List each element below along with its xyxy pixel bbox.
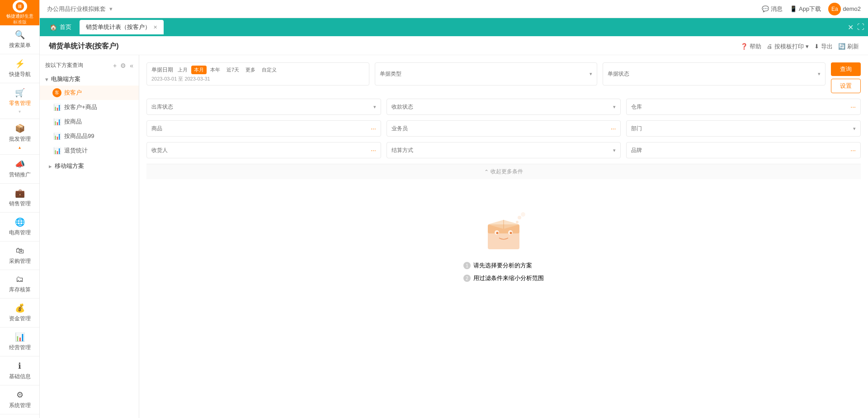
help-label: 帮助 [750, 43, 761, 51]
tree-item-by-goods[interactable]: 📊 按商品 [40, 114, 139, 129]
mobile-group-label: 移动端方案 [55, 162, 84, 170]
empty-hints: 1 请先选择要分析的方案 2 用过滤条件来缩小分析范围 [463, 261, 544, 284]
chart-icon-return: 📊 [52, 146, 61, 155]
sidebar-label-purchase: 采购管理 [9, 257, 31, 265]
filter-row-2: 出库状态 ▾ 收款状态 ▾ 仓库 ··· [146, 99, 861, 115]
document-type-filter[interactable]: 单据类型 ▾ [375, 62, 598, 86]
tree-group-mobile: ▸ 移动端方案 [40, 160, 139, 172]
sidebar-item-ecommerce[interactable]: 🌐 电商管理 [0, 213, 40, 242]
warehouse-dots-icon[interactable]: ··· [850, 103, 856, 110]
filter-row-3: 商品 ··· 业务员 ··· 部门 ▾ [146, 120, 861, 137]
main-layout: 按以下方案查询 + ⚙ « ▾ 电脑端方案 客 按客户 [40, 55, 868, 418]
sidebar-label-retail: 零售管理 [9, 100, 31, 107]
salesperson-dots-icon[interactable]: ··· [611, 125, 616, 132]
topbar-right: 💬 消息 📱 App下载 Ea demo2 [762, 3, 861, 15]
settlement-filter[interactable]: 结算方式 ▾ [387, 142, 621, 158]
dept-chevron-icon: ▾ [853, 126, 856, 132]
collection-status-filter[interactable]: 收款状态 ▾ [387, 99, 621, 115]
sidebar-label-finance: 资金管理 [9, 315, 31, 323]
sidebar-item-system[interactable]: ⚙ 系统管理 [0, 385, 40, 414]
add-scheme-icon[interactable]: + [113, 62, 117, 69]
hint2-text: 用过滤条件来缩小分析范围 [473, 274, 544, 282]
brand-dots-icon[interactable]: ··· [850, 147, 856, 154]
page-header: 销货单统计表(按客户) ❓ 帮助 🖨 按模板打印 ▾ ⬇ 导出 🔄 刷新 [40, 36, 868, 55]
app-download-label: App下载 [799, 5, 821, 13]
help-button[interactable]: ❓ 帮助 [741, 43, 761, 51]
sidebar-item-retail[interactable]: 🛒 零售管理 ▾ [0, 83, 40, 119]
receiver-dots-icon[interactable]: ··· [371, 147, 376, 154]
avatar: Ea [828, 3, 841, 15]
scheme-query-label: 按以下方案查询 [45, 62, 109, 69]
tabbar-actions: ✕ ⛶ [848, 23, 864, 32]
app-download-button[interactable]: 📱 App下载 [790, 5, 821, 13]
sidebar-item-sales[interactable]: 💼 销售管理 [0, 184, 40, 213]
salesperson-label: 业务员 [392, 125, 408, 133]
settlement-chevron-icon: ▾ [613, 147, 616, 153]
warehouse-filter[interactable]: 仓库 ··· [626, 99, 861, 115]
date-btn-this-year[interactable]: 本年 [208, 66, 223, 74]
tab-home[interactable]: 🏠 首页 [43, 20, 78, 34]
export-button[interactable]: ⬇ 导出 [814, 43, 833, 51]
refresh-button[interactable]: 🔄 刷新 [838, 43, 859, 51]
tree-group-mobile-title[interactable]: ▸ 移动端方案 [40, 160, 139, 172]
sidebar-label-ecommerce: 电商管理 [9, 229, 31, 237]
receiver-filter[interactable]: 收货人 ··· [146, 142, 381, 158]
filter-row-4: 收货人 ··· 结算方式 ▾ 品牌 ··· [146, 142, 861, 158]
maximize-icon[interactable]: ⛶ [857, 23, 864, 31]
topbar: 办公用品行业模拟账套 ▾ 💬 消息 📱 App下载 Ea demo2 [40, 0, 868, 18]
template-print-button[interactable]: 🖨 按模板打印 ▾ [767, 43, 809, 51]
finance-icon: 💰 [15, 303, 25, 313]
sidebar-item-marketing[interactable]: 📣 营销推广 [0, 155, 40, 184]
tab-home-label: 首页 [60, 23, 71, 31]
date-shortcuts: 上月 本月 本年 近7天 更多 自定义 [175, 66, 279, 74]
tree-item-by-goods-99[interactable]: 📊 按商品品99 [40, 129, 139, 143]
date-btn-last-month[interactable]: 上月 [175, 66, 190, 74]
settings-button[interactable]: 设置 [831, 79, 861, 93]
sidebar-item-operations[interactable]: 📊 经营管理 [0, 328, 40, 356]
chart-icon-goods: 📊 [52, 117, 61, 126]
message-button[interactable]: 💬 消息 [762, 5, 783, 13]
tree-item-return-stat[interactable]: 📊 退货统计 [40, 143, 139, 158]
chart-icon-goods99: 📊 [52, 132, 61, 141]
tree-group-desktop-title[interactable]: ▾ 电脑端方案 [40, 73, 139, 86]
warehouse-label: 仓库 [631, 103, 642, 111]
document-status-filter[interactable]: 单据状态 ▾ [603, 62, 826, 86]
sidebar-item-search[interactable]: 🔍 搜索菜单 [0, 25, 40, 54]
close-window-icon[interactable]: ✕ [848, 23, 854, 32]
sidebar-item-finance[interactable]: 💰 资金管理 [0, 299, 40, 328]
purchase-icon: 🛍 [16, 246, 24, 256]
tree-item-by-customer-goods[interactable]: 📊 按客户+商品 [40, 100, 139, 114]
close-tab-icon[interactable]: ✕ [153, 24, 157, 30]
sidebar-item-wholesale[interactable]: 📦 批发管理 ▴ [0, 119, 40, 155]
sidebar-item-inventory[interactable]: 🗂 库存核算 [0, 270, 40, 299]
date-filter[interactable]: 单据日期 上月 本月 本年 近7天 更多 自定义 [146, 62, 369, 86]
page-title: 销货单统计表(按客户) [49, 42, 119, 51]
brand-filter[interactable]: 品牌 ··· [626, 142, 861, 158]
salesperson-filter[interactable]: 业务员 ··· [387, 120, 621, 137]
out-status-filter[interactable]: 出库状态 ▾ [146, 99, 381, 115]
collapse-panel-icon[interactable]: « [130, 62, 133, 69]
customer-scheme-icon: 客 [52, 88, 61, 97]
date-btn-custom[interactable]: 自定义 [259, 66, 279, 74]
sidebar-item-shortcut[interactable]: ⚡ 快捷导航 [0, 54, 40, 83]
sidebar-item-purchase[interactable]: 🛍 采购管理 [0, 242, 40, 270]
template-print-label: 按模板打印 [774, 43, 804, 51]
date-btn-7days[interactable]: 近7天 [224, 66, 242, 74]
by-goods-label: 按商品 [64, 118, 82, 126]
goods-dots-icon[interactable]: ··· [371, 125, 376, 132]
user-profile[interactable]: Ea demo2 [828, 3, 861, 15]
date-btn-this-month[interactable]: 本月 [191, 66, 207, 74]
department-filter[interactable]: 部门 ▾ [626, 120, 861, 137]
sidebar-item-enterprise[interactable]: 🤝 企业协同 [0, 414, 40, 418]
tree-item-by-customer[interactable]: 客 按客户 [40, 86, 139, 100]
tab-sales-stat[interactable]: 销货单统计表（按客户） ✕ [80, 20, 164, 34]
sales-icon: 💼 [15, 188, 25, 198]
sidebar-item-basic[interactable]: ℹ 基础信息 [0, 356, 40, 385]
query-button[interactable]: 查询 [831, 62, 861, 76]
collapse-bar[interactable]: ⌃ 收起更多条件 [146, 164, 861, 179]
out-status-chevron-icon: ▾ [373, 104, 376, 110]
date-btn-more[interactable]: 更多 [243, 66, 258, 74]
goods-filter[interactable]: 商品 ··· [146, 120, 381, 137]
settings-scheme-icon[interactable]: ⚙ [120, 62, 126, 69]
empty-step-1: 1 请先选择要分析的方案 [463, 261, 544, 270]
